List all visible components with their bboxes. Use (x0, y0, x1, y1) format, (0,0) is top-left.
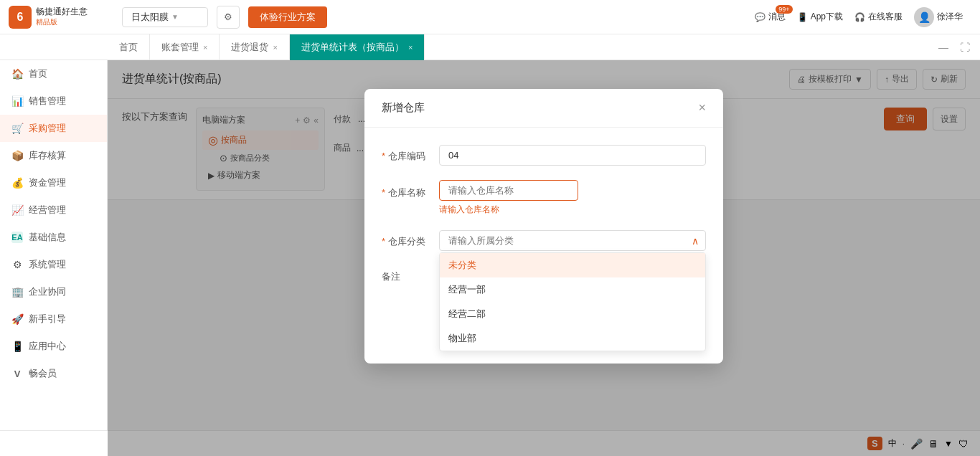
topbar-center: ⚙ 体验行业方案 (208, 6, 755, 29)
name-input[interactable] (439, 180, 578, 201)
modal-overlay: 新增仓库 × * 仓库编码 (108, 60, 980, 456)
name-error-msg: 请输入仓库名称 (439, 204, 499, 214)
app-center-icon: 📱 (11, 341, 23, 352)
tab-actions: — ⛶ (934, 40, 980, 54)
message-icon: 💬 (755, 12, 765, 22)
new-warehouse-modal: 新增仓库 × * 仓库编码 (364, 89, 723, 364)
sidebar-item-inventory[interactable]: 📦 库存核算 (0, 142, 107, 169)
tab-purchase-stat-close[interactable]: × (408, 43, 413, 52)
dropdown-item-3[interactable]: 物业部 (440, 326, 705, 351)
sidebar-item-system-label: 系统管理 (29, 258, 66, 271)
member-icon: V (11, 368, 23, 379)
app-download-label: App下载 (811, 11, 843, 23)
tab-account[interactable]: 账套管理 × (150, 34, 220, 60)
name-error-area: 请输入仓库名称 (382, 204, 499, 216)
user-item[interactable]: 👤 徐泽华 (914, 7, 963, 27)
tab-fullscreen-btn[interactable]: ⛶ (956, 40, 974, 54)
inventory-icon: 📦 (11, 150, 23, 161)
sidebar-item-member-label: 畅会员 (29, 367, 57, 380)
gear-button[interactable]: ⚙ (217, 6, 240, 29)
finance-icon: 💰 (11, 177, 23, 189)
sidebar-item-purchase[interactable]: 🛒 采购管理 (0, 115, 107, 142)
tab-home[interactable]: 首页 (108, 34, 150, 60)
tab-purchase-return-close[interactable]: × (273, 43, 277, 52)
modal-title: 新增仓库 (382, 101, 425, 115)
system-icon: ⚙ (11, 259, 23, 270)
tab-account-label: 账套管理 (161, 41, 199, 54)
home-icon: 🏠 (11, 68, 23, 80)
code-input[interactable] (439, 145, 706, 166)
sidebar-item-operation[interactable]: 📈 经营管理 (0, 196, 107, 224)
tab-purchase-stat-label: 进货单统计表（按商品） (301, 41, 404, 54)
operation-icon: 📈 (11, 204, 23, 216)
sidebar-item-app-center[interactable]: 📱 应用中心 (0, 333, 107, 360)
dropdown-arrow-icon[interactable]: ∧ (692, 235, 699, 247)
category-field-wrap: ∧ 未分类 经营一部 经营二部 物业部 (439, 230, 706, 251)
sidebar-item-finance-label: 资金管理 (29, 176, 66, 189)
experience-button[interactable]: 体验行业方案 (248, 6, 327, 28)
dropdown-item-0[interactable]: 未分类 (440, 253, 705, 277)
note-label: 备注 (382, 265, 439, 283)
tab-purchase-stat[interactable]: 进货单统计表（按商品） × (290, 34, 425, 60)
sidebar-item-home-label: 首页 (29, 67, 47, 80)
sidebar-item-enterprise-label: 企业协同 (29, 285, 66, 298)
online-service-item[interactable]: 🎧 在线客服 (854, 11, 903, 23)
app-download-item[interactable]: 📱 App下载 (797, 11, 843, 23)
topbar-right: 💬 消息 99+ 📱 App下载 🎧 在线客服 👤 徐泽华 (755, 7, 971, 27)
sidebar-item-guide-label: 新手引导 (29, 313, 66, 326)
headset-icon: 🎧 (854, 12, 865, 22)
category-input[interactable] (439, 230, 706, 251)
message-item[interactable]: 💬 消息 99+ (755, 11, 786, 23)
app-edition: 精品版 (36, 17, 88, 27)
modal-header: 新增仓库 × (364, 89, 723, 128)
purchase-icon: 🛒 (11, 123, 23, 134)
guide-icon: 🚀 (11, 313, 23, 325)
code-label: * 仓库编码 (382, 145, 439, 163)
tab-purchase-return-label: 进货退货 (231, 41, 268, 54)
modal-close-btn[interactable]: × (698, 100, 706, 115)
app-name: 畅捷通好生意 (36, 6, 88, 18)
sidebar-item-member[interactable]: V 畅会员 (0, 360, 107, 387)
tab-home-label: 首页 (119, 41, 138, 54)
form-row-category: * 仓库分类 ∧ 未分类 经营一部 (382, 230, 706, 251)
sidebar-item-base-info[interactable]: EA 基础信息 (0, 224, 107, 251)
tab-purchase-return[interactable]: 进货退货 × (220, 34, 289, 60)
name-field-wrap (439, 180, 706, 201)
sidebar-item-operation-label: 经营管理 (29, 204, 66, 217)
sidebar-item-system[interactable]: ⚙ 系统管理 (0, 251, 107, 278)
logo-area: 6 畅捷通好生意 精品版 (9, 6, 116, 29)
user-name: 徐泽华 (937, 11, 963, 23)
sidebar-item-home[interactable]: 🏠 首页 (0, 60, 107, 87)
dropdown-item-2[interactable]: 经营二部 (440, 302, 705, 326)
content-area: 进货单统计(按商品) 🖨 按模板打印 ▼ ↑ 导出 ↻ 刷新 按以下方案查询 (108, 60, 980, 456)
app-logo-icon: 6 (9, 6, 32, 29)
gear-icon: ⚙ (224, 11, 232, 22)
category-dropdown-list: 未分类 经营一部 经营二部 物业部 (439, 252, 706, 351)
base-info-icon: EA (11, 232, 23, 243)
sidebar-item-purchase-label: 采购管理 (29, 122, 66, 135)
store-name: 日太阳膜 (131, 11, 169, 24)
sidebar-item-app-center-label: 应用中心 (29, 340, 66, 353)
store-selector-arrow: ▼ (171, 13, 179, 21)
sidebar-item-guide[interactable]: 🚀 新手引导 (0, 305, 107, 333)
sidebar-item-inventory-label: 库存核算 (29, 149, 66, 162)
category-label: * 仓库分类 (382, 230, 439, 248)
user-avatar: 👤 (914, 7, 934, 27)
enterprise-icon: 🏢 (11, 286, 23, 298)
dropdown-item-1[interactable]: 经营一部 (440, 277, 705, 302)
sidebar: 🏠 首页 📊 销售管理 🛒 采购管理 📦 库存核算 💰 资金管理 📈 经营管理 … (0, 60, 108, 456)
sidebar-item-base-info-label: 基础信息 (29, 231, 66, 244)
modal-body: * 仓库编码 * 仓库名称 (364, 128, 723, 318)
form-row-code: * 仓库编码 (382, 145, 706, 166)
user-icon: 👤 (918, 11, 930, 23)
form-row-name: * 仓库名称 请输入仓库名称 (382, 180, 706, 216)
sidebar-item-enterprise[interactable]: 🏢 企业协同 (0, 278, 107, 305)
name-label: * 仓库名称 (382, 181, 439, 199)
sidebar-item-finance[interactable]: 💰 资金管理 (0, 169, 107, 196)
store-selector[interactable]: 日太阳膜 ▼ (122, 7, 208, 27)
main-layout: 🏠 首页 📊 销售管理 🛒 采购管理 📦 库存核算 💰 资金管理 📈 经营管理 … (0, 60, 980, 456)
tab-minimize-btn[interactable]: — (934, 40, 953, 54)
category-dropdown: ∧ (439, 230, 706, 251)
tab-account-close[interactable]: × (203, 43, 207, 52)
sidebar-item-sales[interactable]: 📊 销售管理 (0, 87, 107, 115)
